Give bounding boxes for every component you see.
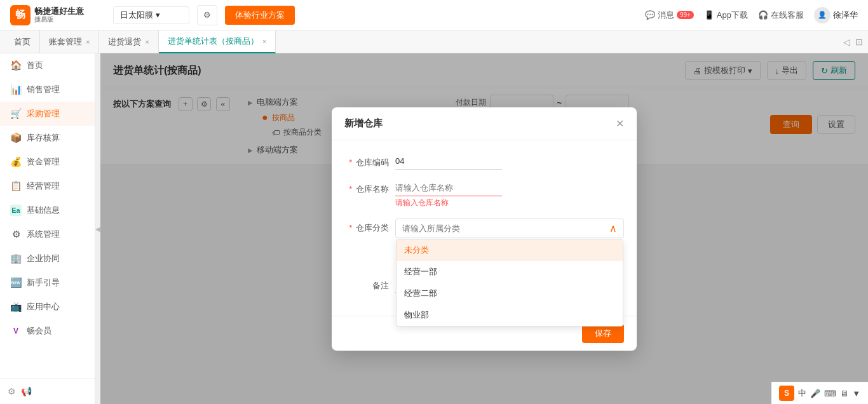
modal-close-button[interactable]: ✕ [616, 118, 624, 130]
brand-main: 畅捷通好生意 [34, 6, 84, 17]
sidebar-item-finance[interactable]: 💰 资金管理 [0, 150, 95, 174]
messages-badge: 99+ [677, 11, 694, 19]
finance-icon: 💰 [10, 156, 22, 168]
sales-icon: 📊 [10, 84, 22, 95]
chevron-down-icon: ▾ [156, 10, 160, 20]
brand-sub: 捷易版 [34, 16, 84, 24]
home-icon: 🏠 [10, 60, 22, 71]
sidebar-collapse-handle[interactable]: ◀ [95, 53, 100, 404]
apps-icon: 📺 [10, 301, 22, 313]
modal-body: * 仓库编码 * 仓库名称 [332, 140, 637, 316]
inventory-icon: 📦 [10, 132, 22, 144]
messages-label: 消息 [658, 10, 674, 21]
name-input[interactable] [395, 180, 502, 196]
modal-overlay[interactable]: 新增仓库 ✕ * 仓库编码 [100, 53, 868, 404]
phone-icon: 📱 [704, 10, 714, 20]
sidebar-item-operations[interactable]: 📋 经营管理 [0, 174, 95, 198]
form-row-category: * 仓库分类 ∧ 未分类 经营一部 经营二部 物业部 [344, 219, 624, 238]
sidebar-member-label: 畅会员 [27, 325, 51, 337]
code-label: * 仓库编码 [344, 153, 395, 168]
store-selector[interactable]: 日太阳膜 ▾ [113, 6, 189, 24]
enterprise-icon: 🏢 [10, 253, 22, 264]
dropdown-item-dept1[interactable]: 经营一部 [397, 261, 623, 283]
dropdown-item-property[interactable]: 物业部 [397, 304, 623, 326]
settings-bottom-icon[interactable]: ⚙ [8, 386, 16, 396]
name-wrapper: 请输入仓库名称 [395, 180, 624, 208]
system-icon: ⚙ [10, 229, 22, 240]
tab-purchase-return-close[interactable]: × [145, 38, 149, 46]
tab-account-close[interactable]: × [86, 38, 90, 46]
collapse-icon[interactable]: ∧ [609, 222, 617, 234]
tab-home-label: 首页 [14, 36, 31, 48]
member-icon: V [10, 325, 22, 337]
logo-text: 畅捷通好生意 捷易版 [34, 6, 84, 24]
tab-bar: 首页 账套管理 × 进货退货 × 进货单统计表（按商品） × ◁ ⊡ [0, 30, 868, 53]
tab-purchase-stats[interactable]: 进货单统计表（按商品） × [159, 30, 276, 53]
monitor-icon[interactable]: 🖥 [840, 389, 848, 398]
message-icon: 💬 [645, 10, 655, 20]
operations-icon: 📋 [10, 180, 22, 192]
sidebar-home-label: 首页 [27, 60, 43, 71]
category-input[interactable] [402, 224, 609, 233]
tab-actions: ◁ ⊡ [843, 37, 863, 47]
sidebar-item-basic[interactable]: Ea 基础信息 [0, 198, 95, 222]
content-area: 进货单统计(按商品) 🖨 按模板打印 ▾ ↓ 导出 ↻ 刷新 [100, 53, 868, 404]
speaker-icon[interactable]: 📢 [21, 386, 32, 396]
sidebar-operations-label: 经营管理 [27, 180, 60, 192]
save-button[interactable]: 保存 [582, 324, 624, 343]
sidebar-item-home[interactable]: 🏠 首页 [0, 53, 95, 77]
sidebar-item-system[interactable]: ⚙ 系统管理 [0, 222, 95, 246]
required-star3: * [349, 223, 352, 232]
messages-item[interactable]: 💬 消息 99+ [645, 10, 694, 21]
app-download-item[interactable]: 📱 App下载 [704, 10, 748, 21]
tab-purchase-return-label: 进货退货 [108, 36, 141, 48]
sidebar-item-enterprise[interactable]: 🏢 企业协同 [0, 246, 95, 271]
sidebar-item-guide[interactable]: 🆕 新手引导 [0, 271, 95, 295]
sidebar-item-apps[interactable]: 📺 应用中心 [0, 295, 95, 319]
form-row-name: * 仓库名称 请输入仓库名称 [344, 180, 624, 208]
sidebar-enterprise-label: 企业协同 [27, 253, 60, 264]
user-area[interactable]: 👤 徐泽华 [814, 7, 858, 24]
sidebar-item-purchase[interactable]: 🛒 采购管理 [0, 102, 95, 126]
online-service-item[interactable]: 🎧 在线客服 [758, 10, 804, 21]
keyboard-icon[interactable]: ⌨ [824, 389, 836, 398]
tab-home[interactable]: 首页 [5, 30, 40, 53]
category-label: * 仓库分类 [344, 219, 395, 234]
headset-icon: 🎧 [758, 10, 768, 20]
note-label: 备注 [344, 276, 395, 292]
category-dropdown: 未分类 经营一部 经营二部 物业部 [396, 239, 623, 327]
sidebar-item-inventory[interactable]: 📦 库存核算 [0, 126, 95, 150]
required-star: * [349, 158, 352, 167]
modal-title: 新增仓库 [344, 118, 383, 130]
code-input[interactable] [395, 153, 502, 170]
sidebar-basic-label: 基础信息 [27, 205, 60, 216]
tab-expand-btn[interactable]: ⊡ [855, 37, 863, 47]
sidebar-apps-label: 应用中心 [27, 301, 60, 313]
sidebar-item-member[interactable]: V 畅会员 [0, 319, 95, 343]
dropdown-item-uncategorized[interactable]: 未分类 [397, 239, 623, 261]
lang-icon[interactable]: 中 [798, 387, 806, 399]
required-star2: * [349, 184, 352, 194]
tab-account[interactable]: 账套管理 × [40, 30, 99, 53]
dropdown-item-dept2[interactable]: 经营二部 [397, 283, 623, 304]
category-wrapper[interactable]: ∧ 未分类 经营一部 经营二部 物业部 [395, 219, 624, 238]
sidebar-system-label: 系统管理 [27, 229, 60, 240]
sidebar-inventory-label: 库存核算 [27, 132, 60, 144]
sidebar-bottom: ⚙ 📢 [0, 378, 95, 404]
arrow-icon[interactable]: ▼ [852, 389, 860, 398]
sidebar-sales-label: 销售管理 [27, 84, 60, 95]
tab-prev-btn[interactable]: ◁ [843, 37, 850, 47]
logo-icon: 畅 [10, 5, 31, 25]
mic-icon[interactable]: 🎤 [810, 389, 820, 398]
sougou-icon: S [779, 386, 794, 401]
logo-area: 畅 畅捷通好生意 捷易版 [10, 5, 105, 25]
tab-purchase-return[interactable]: 进货退货 × [99, 30, 158, 53]
trial-button[interactable]: 体验行业方案 [225, 6, 295, 25]
bottom-bar: S 中 🎤 ⌨ 🖥 ▼ [771, 382, 868, 404]
gear-icon: ⚙ [203, 10, 211, 20]
gear-button[interactable]: ⚙ [197, 5, 217, 25]
tab-purchase-stats-label: 进货单统计表（按商品） [168, 36, 259, 47]
sidebar-item-sales[interactable]: 📊 销售管理 [0, 77, 95, 102]
tab-purchase-stats-close[interactable]: × [262, 37, 266, 45]
code-wrapper [395, 153, 624, 170]
